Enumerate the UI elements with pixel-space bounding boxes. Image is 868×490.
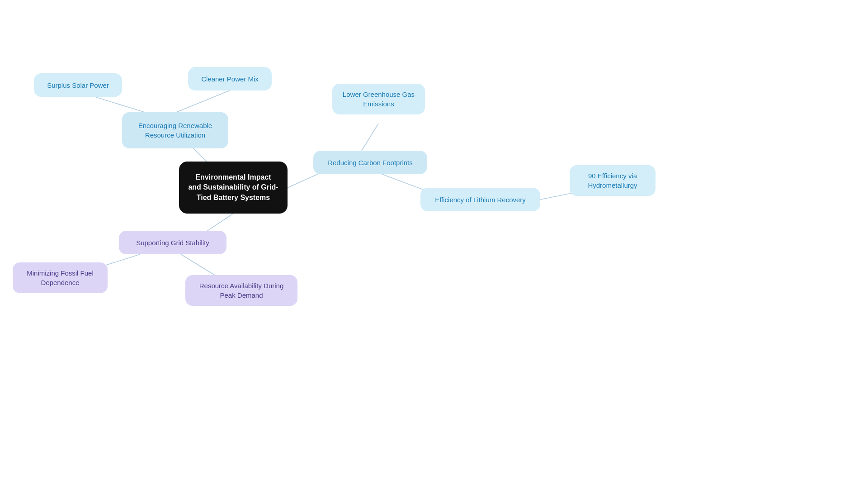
resource-availability-label: Resource Availability During Peak Demand [194,281,288,300]
minimizing-fossil-node: Minimizing Fossil Fuel Dependence [13,262,108,293]
surplus-solar-label: Surplus Solar Power [47,81,109,90]
svg-line-4 [362,124,378,151]
encouraging-label: Encouraging Renewable Resource Utilizati… [131,121,219,140]
reducing-carbon-label: Reducing Carbon Footprints [328,158,413,167]
efficiency-lithium-node: Efficiency of Lithium Recovery [420,188,540,211]
svg-line-9 [181,254,216,276]
supporting-grid-node: Supporting Grid Stability [119,231,226,254]
lower-greenhouse-node: Lower Greenhouse Gas Emissions [332,84,425,114]
efficiency-90-node: 90 Efficiency via Hydrometallurgy [570,165,656,196]
encouraging-node: Encouraging Renewable Resource Utilizati… [122,112,228,148]
minimizing-fossil-label: Minimizing Fossil Fuel Dependence [22,268,99,287]
reducing-carbon-node: Reducing Carbon Footprints [313,151,427,174]
center-label: Environmental Impact and Sustainability … [188,172,278,203]
center-node: Environmental Impact and Sustainability … [179,162,288,214]
svg-line-2 [176,90,230,112]
cleaner-power-node: Cleaner Power Mix [188,67,272,90]
supporting-grid-label: Supporting Grid Stability [136,238,209,247]
cleaner-power-label: Cleaner Power Mix [201,74,259,84]
efficiency-90-label: 90 Efficiency via Hydrometallurgy [579,171,646,190]
svg-line-1 [95,97,145,112]
efficiency-lithium-label: Efficiency of Lithium Recovery [435,195,526,205]
resource-availability-node: Resource Availability During Peak Demand [185,275,297,306]
lower-greenhouse-label: Lower Greenhouse Gas Emissions [341,90,416,109]
surplus-solar-node: Surplus Solar Power [34,73,122,97]
